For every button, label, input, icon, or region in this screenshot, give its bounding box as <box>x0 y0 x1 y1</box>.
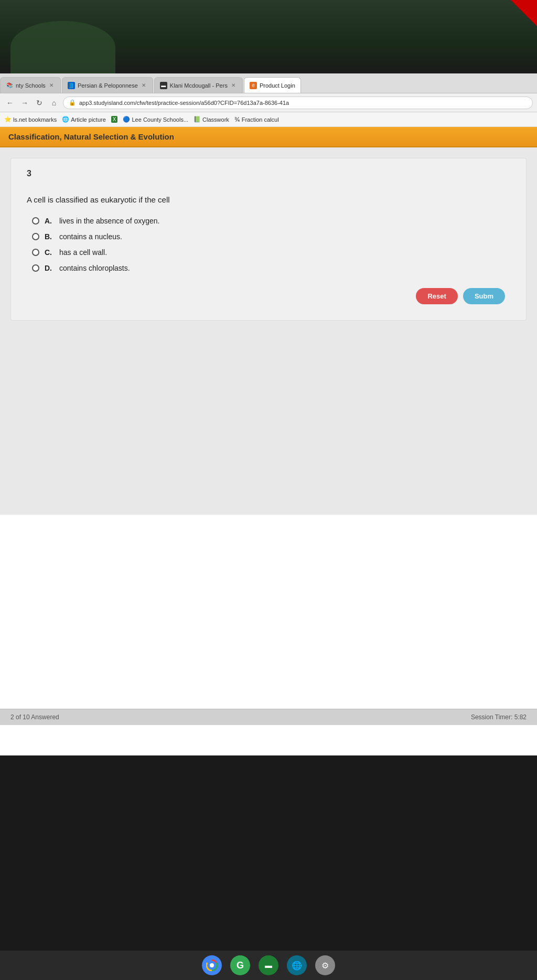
page-header-title: Classification, Natural Selection & Evol… <box>8 132 174 141</box>
tab-persian-icon: 📘 <box>68 82 75 89</box>
bookmarks-bar: ⭐ ls.net bookmarks 🌐 Article picture X 🔵… <box>0 112 537 127</box>
address-field[interactable]: 🔒 app3.studyisland.com/cfw/test/practice… <box>63 97 533 109</box>
back-button[interactable]: ← <box>4 97 16 109</box>
radio-d[interactable] <box>32 264 39 272</box>
option-b[interactable]: B. contains a nucleus. <box>32 232 510 241</box>
bookmark-lee-county[interactable]: 🔵 Lee County Schools... <box>123 116 188 123</box>
option-a-text: lives in the absence of oxygen. <box>59 217 159 225</box>
option-a-letter: A. <box>45 217 55 225</box>
tab-county-label: nty Schools <box>16 82 46 89</box>
bookmark-fraction[interactable]: ¾ Fraction calcul <box>234 115 279 123</box>
question-container: 3 A cell is classified as eukaryotic if … <box>10 158 527 321</box>
address-text: app3.studyisland.com/cfw/test/practice-s… <box>79 100 289 106</box>
bookmark-classwork[interactable]: 📗 Classwork <box>194 116 229 123</box>
timer-status: Session Timer: 5:82 <box>471 713 527 721</box>
tab-klani-close[interactable]: ✕ <box>230 82 237 89</box>
option-b-text: contains a nucleus. <box>59 232 122 241</box>
submit-button[interactable]: Subm <box>463 288 505 304</box>
tab-product-label: Product Login <box>260 82 295 89</box>
taskbar-darkgreen-icon[interactable]: ▬ <box>259 955 278 975</box>
option-c[interactable]: C. has a cell wall. <box>32 248 510 257</box>
tab-klani-icon: ▬ <box>160 82 167 89</box>
browser-window: 📚 nty Schools ✕ 📘 Persian & Peloponnese … <box>0 73 537 755</box>
taskbar-earth-icon[interactable]: 🌐 <box>287 955 307 975</box>
tab-bar: 📚 nty Schools ✕ 📘 Persian & Peloponnese … <box>0 73 537 93</box>
radio-b[interactable] <box>32 233 39 240</box>
red-corner-accent <box>511 0 537 26</box>
bookmark-ls-net-label: ls.net bookmarks <box>13 116 57 123</box>
bookmark-classwork-icon: 📗 <box>194 116 201 123</box>
option-d-text: contains chloroplasts. <box>59 264 130 272</box>
bookmark-article-label: Article picture <box>71 116 106 123</box>
taskbar-gray-icon[interactable]: ⚙ <box>315 955 335 975</box>
option-a[interactable]: A. lives in the absence of oxygen. <box>32 217 510 225</box>
bookmark-article-icon: 🌐 <box>62 116 69 123</box>
tab-persian-close[interactable]: ✕ <box>140 82 147 89</box>
lock-icon: 🔒 <box>69 99 76 106</box>
tab-persian-label: Persian & Peloponnese <box>78 82 138 89</box>
bookmark-lee-label: Lee County Schools... <box>132 116 188 123</box>
option-b-letter: B. <box>45 232 55 241</box>
home-button[interactable]: ⌂ <box>48 97 60 109</box>
bookmark-excel-icon: X <box>111 116 118 123</box>
tab-persian[interactable]: 📘 Persian & Peloponnese ✕ <box>62 77 153 93</box>
buttons-row: Reset Subm <box>27 288 510 304</box>
plant-decoration <box>10 21 115 73</box>
page-header: Classification, Natural Selection & Evol… <box>0 127 537 147</box>
reload-button[interactable]: ↻ <box>34 97 45 109</box>
option-d-letter: D. <box>45 264 55 272</box>
bookmark-ls-net[interactable]: ⭐ ls.net bookmarks <box>4 116 57 123</box>
bookmark-ls-net-icon: ⭐ <box>4 116 12 123</box>
tab-county-close[interactable]: ✕ <box>48 82 55 89</box>
address-bar-row: ← → ↻ ⌂ 🔒 app3.studyisland.com/cfw/test/… <box>0 93 537 112</box>
radio-a[interactable] <box>32 217 39 225</box>
tab-klani[interactable]: ▬ Klani Mcdougall - Pers ✕ <box>154 77 243 93</box>
radio-c[interactable] <box>32 249 39 256</box>
svg-point-1 <box>210 963 214 967</box>
main-content: 3 A cell is classified as eukaryotic if … <box>0 147 537 515</box>
bookmark-fraction-label: Fraction calcul <box>242 116 279 123</box>
taskbar-green-icon[interactable]: G <box>230 955 250 975</box>
question-number: 3 <box>27 169 510 178</box>
answer-options: A. lives in the absence of oxygen. B. co… <box>32 217 510 272</box>
option-c-letter: C. <box>45 248 55 257</box>
tab-klani-label: Klani Mcdougall - Pers <box>170 82 228 89</box>
tab-product[interactable]: e Product Login <box>244 77 301 93</box>
bookmark-fraction-icon: ¾ <box>234 115 240 123</box>
question-text: A cell is classified as eukaryotic if th… <box>27 194 510 206</box>
top-decoration <box>0 0 537 73</box>
bookmark-article[interactable]: 🌐 Article picture <box>62 116 106 123</box>
tab-county[interactable]: 📚 nty Schools ✕ <box>0 77 61 93</box>
option-c-text: has a cell wall. <box>59 248 107 257</box>
taskbar-chrome-icon[interactable] <box>202 955 222 975</box>
bookmark-lee-icon: 🔵 <box>123 116 130 123</box>
bookmark-classwork-label: Classwork <box>202 116 229 123</box>
answered-status: 2 of 10 Answered <box>10 713 59 721</box>
option-d[interactable]: D. contains chloroplasts. <box>32 264 510 272</box>
tab-product-icon: e <box>250 82 257 89</box>
bookmark-excel[interactable]: X <box>111 116 118 123</box>
status-bar: 2 of 10 Answered Session Timer: 5:82 <box>0 709 537 725</box>
reset-button[interactable]: Reset <box>416 288 457 304</box>
forward-button[interactable]: → <box>19 97 30 109</box>
tab-county-icon: 📚 <box>6 82 13 89</box>
taskbar: G ▬ 🌐 ⚙ <box>0 951 537 980</box>
